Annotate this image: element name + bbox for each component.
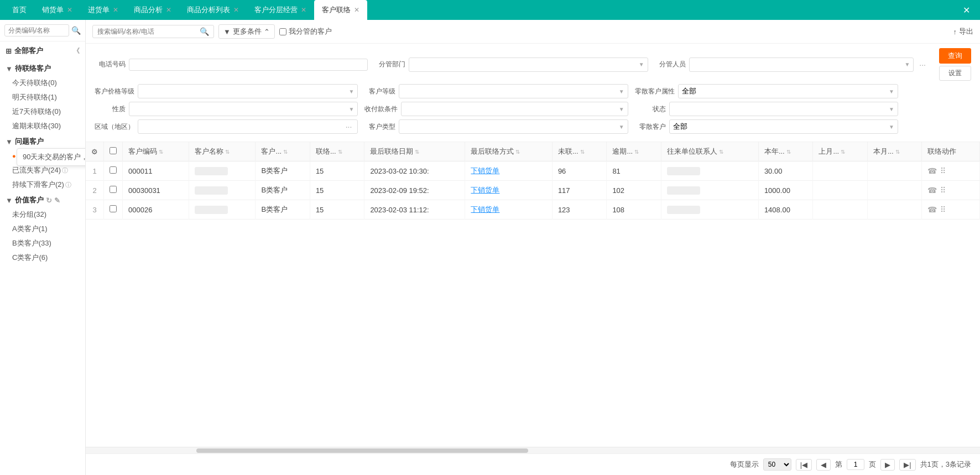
sort-not-contacted-icon[interactable]: ⇅ xyxy=(580,149,585,155)
sort-unit-icon[interactable]: ⇅ xyxy=(719,149,723,155)
more-action-icon[interactable]: ⠿ xyxy=(940,186,946,195)
next-page-button[interactable]: ▶ xyxy=(880,459,895,471)
section-arrow-problem: ▼ xyxy=(6,138,13,146)
table-header-row: ⚙ 客户编码⇅ 客户名称⇅ 客户...⇅ xyxy=(86,142,980,161)
sidebar-section-value[interactable]: ▼ 价值客户 ↻ ✎ xyxy=(0,192,85,207)
sidebar-item-7day-pending[interactable]: 近7天待联络(0) xyxy=(0,105,85,119)
person-more-icon[interactable]: ··· xyxy=(917,60,928,69)
sort-name-icon[interactable]: ⇅ xyxy=(225,149,230,155)
contact-icon[interactable]: ☎ xyxy=(927,166,937,175)
status-select[interactable]: ▼ xyxy=(669,102,898,116)
tab-home[interactable]: 首页 xyxy=(4,0,34,20)
col-not-contacted: 未联...⇅ xyxy=(552,142,607,161)
row-last-method[interactable]: 下销货单 xyxy=(465,200,552,220)
zero-customer-select[interactable]: 全部 ▼ xyxy=(669,119,898,134)
row-this-year: 30.00 xyxy=(758,161,813,181)
nature-select[interactable]: ▼ xyxy=(129,102,358,116)
last-page-button[interactable]: ▶| xyxy=(899,459,915,471)
close-tab-sales-icon[interactable]: ✕ xyxy=(67,6,72,14)
query-button[interactable]: 查询 xyxy=(939,48,971,64)
sidebar-item-today-pending[interactable]: 今天待联络(0) xyxy=(0,76,85,90)
sidebar-search-input[interactable] xyxy=(4,24,69,36)
sidebar-item-class-c[interactable]: C类客户(6) xyxy=(0,250,85,265)
sidebar-section-pending[interactable]: ▼ 待联络客户 xyxy=(0,60,85,76)
region-select[interactable]: ··· xyxy=(138,119,358,134)
tab-customer-segment[interactable]: 客户分层经营 ✕ xyxy=(247,0,314,20)
sort-last-date-icon[interactable]: ⇅ xyxy=(415,149,419,155)
scrollbar-thumb[interactable] xyxy=(196,448,528,453)
row-name-blurred xyxy=(195,186,228,195)
tab-sales[interactable]: 销货单 ✕ xyxy=(34,0,80,20)
select-all-checkbox[interactable] xyxy=(110,147,117,154)
first-page-button[interactable]: |◀ xyxy=(796,459,812,471)
sidebar-item-tomorrow-pending[interactable]: 明天待联络(1) xyxy=(0,90,85,105)
prev-page-button[interactable]: ◀ xyxy=(816,459,831,471)
sidebar-item-class-b[interactable]: B类客户(33) xyxy=(0,236,85,250)
contact-icon[interactable]: ☎ xyxy=(927,186,937,195)
sidebar-item-declining[interactable]: 持续下滑客户(2) ⓘ xyxy=(0,178,85,192)
close-tab-purchase-icon[interactable]: ✕ xyxy=(113,6,118,14)
person-select[interactable]: ▼ xyxy=(689,58,914,72)
more-action-icon[interactable]: ⠿ xyxy=(940,205,946,214)
tab-purchase[interactable]: 进货单 ✕ xyxy=(80,0,126,20)
filter-search-input[interactable] xyxy=(97,28,200,35)
settings-button[interactable]: 设置 xyxy=(939,66,971,81)
filter-search-icon[interactable]: 🔍 xyxy=(200,27,209,36)
horizontal-scrollbar[interactable] xyxy=(86,447,980,453)
sidebar-item-class-a[interactable]: A类客户(1) xyxy=(0,222,85,236)
edit-value-icon[interactable]: ✎ xyxy=(54,196,60,205)
sidebar-item-ungrouped[interactable]: 未分组(32) xyxy=(0,207,85,222)
row-checkbox[interactable] xyxy=(110,186,117,193)
row-num: 3 xyxy=(86,200,104,220)
sort-contacts-icon[interactable]: ⇅ xyxy=(338,149,342,155)
row-last-method[interactable]: 下销货单 xyxy=(465,181,552,200)
sort-code-icon[interactable]: ⇅ xyxy=(159,149,163,155)
window-close-icon[interactable]: ✕ xyxy=(957,5,976,15)
adv-field-nature: 性质 ▼ xyxy=(95,102,358,116)
price-level-select[interactable]: ▼ xyxy=(138,84,358,98)
sort-this-month-icon[interactable]: ⇅ xyxy=(895,149,900,155)
sort-this-year-icon[interactable]: ⇅ xyxy=(786,149,791,155)
payment-select[interactable]: ▼ xyxy=(401,102,628,116)
churned-info-icon[interactable]: ⓘ xyxy=(62,166,68,175)
my-customers-checkbox[interactable] xyxy=(279,28,286,35)
sort-overdue-icon[interactable]: ⇅ xyxy=(634,149,639,155)
row-action: ☎ ⠿ xyxy=(922,181,980,200)
tab-customer-contact[interactable]: 客户联络 ✕ xyxy=(314,0,367,20)
sidebar-item-overdue-pending[interactable]: 逾期未联络(30) xyxy=(0,119,85,133)
sort-last-month-icon[interactable]: ⇅ xyxy=(841,149,845,155)
declining-info-icon[interactable]: ⓘ xyxy=(65,181,71,189)
adv-field-region: 区域（地区） ··· xyxy=(95,119,358,134)
phone-input[interactable] xyxy=(129,59,368,71)
refresh-value-icon[interactable]: ↻ xyxy=(46,196,52,205)
dept-select[interactable]: ▼ xyxy=(409,58,648,72)
close-tab-analysis-list-icon[interactable]: ✕ xyxy=(233,6,239,14)
more-action-icon[interactable]: ⠿ xyxy=(940,166,946,175)
sort-type-icon[interactable]: ⇅ xyxy=(283,149,288,155)
export-button[interactable]: ↑ 导出 xyxy=(953,27,974,36)
close-tab-analysis-icon[interactable]: ✕ xyxy=(166,6,171,14)
page-size-select[interactable]: 50 100 xyxy=(763,458,791,471)
contact-icon[interactable]: ☎ xyxy=(927,205,937,214)
row-last-method[interactable]: 下销货单 xyxy=(465,161,552,181)
zero-attr-chevron-icon: ▼ xyxy=(889,88,894,95)
zero-customer-attr-select[interactable]: 全部 ▼ xyxy=(678,84,898,98)
close-tab-customer-contact-icon[interactable]: ✕ xyxy=(354,6,359,14)
tab-analysis[interactable]: 商品分析 ✕ xyxy=(126,0,179,20)
sort-last-method-icon[interactable]: ⇅ xyxy=(515,149,520,155)
filter-more-conditions[interactable]: ▼ 更多条件 ⌃ xyxy=(218,24,275,39)
adv-field-price-level: 客户价格等级 ▼ xyxy=(95,84,358,98)
customer-type-select[interactable]: ▼ xyxy=(399,119,628,134)
close-tab-customer-segment-icon[interactable]: ✕ xyxy=(301,6,306,14)
sidebar-section-problem[interactable]: ▼ 问题客户 xyxy=(0,133,85,149)
collapse-sidebar-icon[interactable]: 《 xyxy=(73,46,80,56)
page-number-input[interactable] xyxy=(847,459,864,470)
customer-level-select[interactable]: ▼ xyxy=(399,84,628,98)
nature-wrap: ▼ xyxy=(129,102,358,116)
row-checkbox[interactable] xyxy=(110,166,117,174)
tab-analysis-list[interactable]: 商品分析列表 ✕ xyxy=(179,0,247,20)
row-checkbox[interactable] xyxy=(110,205,117,212)
col-settings[interactable]: ⚙ xyxy=(86,142,104,161)
region-dots-icon[interactable]: ··· xyxy=(343,122,355,131)
sidebar-all-customers[interactable]: ⊞ 全部客户 《 xyxy=(0,41,85,60)
